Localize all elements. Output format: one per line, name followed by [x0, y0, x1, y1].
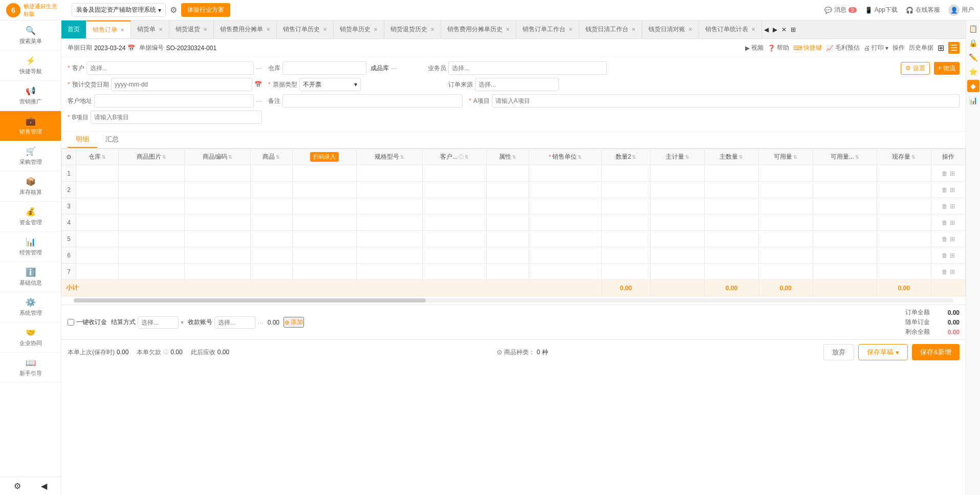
tab-close-icon[interactable]: ✕ — [266, 27, 270, 32]
sidebar-item-tutorial[interactable]: 📖 新手引导 — [0, 353, 61, 383]
address-input[interactable] — [94, 94, 254, 107]
sidebar-item-marketing[interactable]: 📢 营销推广 — [0, 81, 61, 111]
copy-icon[interactable]: ⊞ — [950, 219, 955, 226]
table-cell[interactable] — [357, 182, 423, 198]
industry-btn[interactable]: 体验行业方案 — [181, 3, 230, 17]
customer-input[interactable] — [86, 61, 254, 75]
col-attr[interactable]: 属性⇅ — [487, 149, 529, 165]
col-qty2[interactable]: 数量2⇅ — [601, 149, 650, 165]
calendar-icon[interactable]: 📅 — [127, 45, 135, 52]
one-click-checkbox[interactable] — [68, 319, 74, 326]
table-cell[interactable] — [76, 165, 119, 182]
table-cell[interactable] — [487, 264, 529, 280]
shortcut-btn[interactable]: ⌨ 快捷键 — [793, 44, 822, 52]
table-cell[interactable] — [758, 198, 813, 214]
table-cell[interactable] — [250, 247, 293, 264]
print-btn[interactable]: 🖨 打印 ▾ — [864, 44, 888, 52]
col-code[interactable]: 商品编码⇅ — [184, 149, 250, 165]
table-cell[interactable] — [184, 182, 250, 198]
tab-close-icon[interactable]: ✕ — [430, 27, 434, 32]
right-icon-list[interactable]: 📋 — [967, 23, 979, 35]
table-cell[interactable] — [601, 198, 650, 214]
table-cell[interactable] — [877, 264, 931, 280]
sidebar-item-sales[interactable]: 💼 销售管理 — [0, 111, 61, 141]
profit-btn[interactable]: 📈 毛利预估 — [826, 44, 860, 52]
sidebar-item-inventory[interactable]: 📦 库存核算 — [0, 171, 61, 202]
tab-next-btn[interactable]: ▶ — [771, 26, 779, 33]
tab-close-icon[interactable]: ✕ — [688, 27, 692, 32]
staff-input[interactable] — [448, 61, 607, 75]
tab-close-icon[interactable]: ✕ — [569, 27, 573, 32]
customer-expand-icon[interactable]: ··· — [256, 64, 262, 72]
table-cell[interactable] — [423, 198, 487, 214]
table-cell[interactable] — [357, 247, 423, 264]
table-cell[interactable] — [813, 214, 877, 231]
online-support-btn[interactable]: 🎧 在线客服 — [906, 6, 940, 14]
table-cell[interactable] — [423, 182, 487, 198]
table-cell[interactable] — [705, 182, 759, 198]
delivery-date-input[interactable] — [111, 78, 252, 91]
discard-btn[interactable]: 放弃 — [823, 344, 854, 360]
table-cell[interactable] — [118, 264, 184, 280]
table-cell[interactable] — [118, 182, 184, 198]
account-expand-icon[interactable]: ··· — [257, 318, 264, 327]
table-cell[interactable] — [601, 165, 650, 182]
table-cell[interactable] — [877, 165, 931, 182]
notification-btn[interactable]: 💬 消息 9 — [824, 6, 857, 14]
copy-icon[interactable]: ⊞ — [950, 235, 955, 243]
table-cell[interactable] — [293, 247, 357, 264]
tab-close-icon[interactable]: ✕ — [506, 27, 510, 32]
col-spec[interactable]: 规格型号⇅ — [357, 149, 423, 165]
table-cell[interactable] — [250, 165, 293, 182]
table-cell[interactable] — [250, 198, 293, 214]
table-cell[interactable] — [118, 231, 184, 247]
tab-order-workbench[interactable]: 销售订单工作台 ✕ — [516, 20, 579, 39]
table-cell[interactable] — [650, 214, 705, 231]
table-cell[interactable] — [650, 165, 705, 182]
tab-return-history[interactable]: 销货退货历史 ✕ — [384, 20, 441, 39]
delete-icon[interactable]: 🗑 — [942, 203, 948, 210]
col-available[interactable]: 可用量⇅ — [758, 149, 813, 165]
sidebar-item-operations[interactable]: 📊 经营管理 — [0, 232, 61, 262]
table-cell[interactable] — [293, 165, 357, 182]
app-download-btn[interactable]: 📱 App下载 — [865, 6, 898, 14]
col-warehouse[interactable]: 仓库⇅ — [76, 149, 119, 165]
table-cell[interactable] — [423, 264, 487, 280]
table-cell[interactable] — [813, 264, 877, 280]
table-cell[interactable] — [487, 198, 529, 214]
table-cell[interactable] — [250, 231, 293, 247]
col-image[interactable]: 商品图片⇅ — [118, 149, 184, 165]
table-cell[interactable] — [184, 214, 250, 231]
table-cell[interactable] — [293, 214, 357, 231]
col-unit[interactable]: *销售单位⇅ — [529, 149, 601, 165]
table-cell[interactable] — [76, 198, 119, 214]
table-cell[interactable] — [118, 198, 184, 214]
copy-icon[interactable]: ⊞ — [950, 252, 955, 259]
table-cell[interactable] — [758, 214, 813, 231]
table-cell[interactable] — [705, 247, 759, 264]
sidebar-collapse-icon[interactable]: ◀ — [41, 481, 47, 491]
table-cell[interactable] — [877, 231, 931, 247]
table-cell[interactable] — [184, 231, 250, 247]
table-cell[interactable] — [705, 214, 759, 231]
col-available2[interactable]: 可用量...⇅ — [813, 149, 877, 165]
delete-icon[interactable]: 🗑 — [942, 268, 948, 275]
table-cell[interactable] — [529, 264, 601, 280]
table-cell[interactable] — [76, 231, 119, 247]
save-new-btn[interactable]: 保存&新增 — [912, 344, 960, 360]
scan-btn[interactable]: 扫码录入 — [310, 152, 339, 162]
table-cell[interactable] — [184, 247, 250, 264]
logistics-btn[interactable]: + 物流 — [934, 62, 960, 75]
right-icon-chart[interactable]: 📊 — [967, 94, 979, 106]
remark-input[interactable] — [282, 94, 463, 107]
table-cell[interactable] — [758, 264, 813, 280]
tab-sales-bill[interactable]: 销货单 ✕ — [131, 20, 169, 39]
table-cell[interactable] — [650, 182, 705, 198]
sidebar-item-system[interactable]: ⚙️ 系统管理 — [0, 292, 61, 322]
invoice-type-select[interactable]: 不开票 ▾ — [299, 78, 361, 91]
col-main-unit[interactable]: 主计量⇅ — [650, 149, 705, 165]
tab-expense-history[interactable]: 销售费用分摊单历史 ✕ — [441, 20, 516, 39]
table-cell[interactable] — [650, 264, 705, 280]
system-selector[interactable]: 装备及固定资产辅助管理系统 ▾ — [72, 3, 166, 17]
add-payment-btn[interactable]: ⊕ 添加 — [284, 317, 304, 328]
